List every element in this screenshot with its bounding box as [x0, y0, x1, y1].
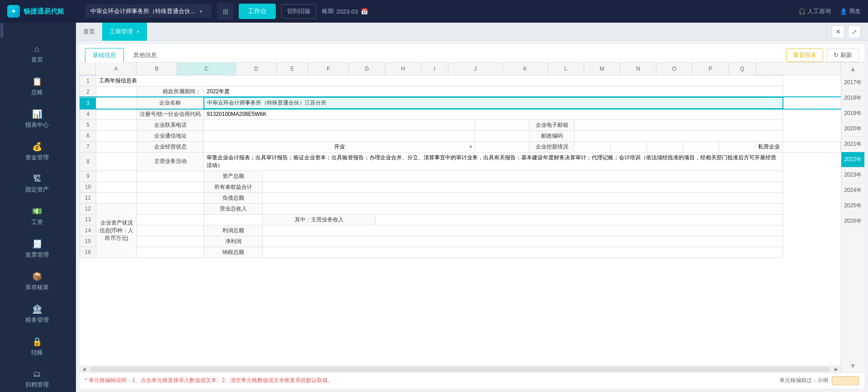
cell-14b[interactable] — [137, 225, 204, 236]
sidebar-item-assets[interactable]: 🏗固定资产 — [0, 168, 72, 200]
col-header-l[interactable]: L — [548, 62, 584, 75]
sidebar-item-finance[interactable]: 💰资金管理 — [0, 135, 72, 168]
col-header-e[interactable]: E — [277, 62, 308, 75]
reset-report-button[interactable]: 重置报表 — [786, 48, 823, 62]
horizontal-scrollbar[interactable]: ◀ ▶ — [80, 366, 841, 372]
col-header-q[interactable]: Q — [729, 62, 756, 75]
cell-6c[interactable] — [204, 130, 475, 141]
col-header-a[interactable]: A — [96, 62, 137, 75]
cell-4a[interactable] — [96, 109, 137, 120]
cell-7k[interactable] — [575, 141, 611, 152]
table-scroll[interactable]: 1 工商年报信息表 2 税款所属期间： 2022年度 — [80, 75, 841, 366]
col-header-c[interactable]: C — [177, 62, 236, 75]
year-scroll-down[interactable]: ▼ — [845, 359, 861, 372]
subtab-basic[interactable]: 基础信息 — [85, 48, 124, 62]
cell-8a[interactable] — [96, 152, 137, 171]
sidebar-item-invoice[interactable]: 🧾发票管理 — [0, 233, 72, 265]
cell-9b[interactable] — [137, 171, 204, 182]
cell-5k[interactable] — [575, 120, 783, 130]
scroll-left-button[interactable]: ◀ — [80, 366, 89, 373]
sidebar-item-home[interactable]: ⌂首页 — [0, 38, 72, 70]
col-header-m[interactable]: M — [584, 62, 620, 75]
cell-5c[interactable] — [204, 120, 475, 130]
cell-2a[interactable] — [96, 86, 137, 98]
sidebar-item-inventory[interactable]: 📦库存核算 — [0, 265, 72, 298]
workbench-button[interactable]: 工作台 — [239, 4, 276, 19]
cell-7m[interactable] — [647, 141, 683, 152]
cell-10b[interactable] — [137, 182, 204, 192]
year-item-2017[interactable]: 2017年 — [841, 75, 864, 91]
consult-button[interactable]: 🎧 人工咨询 — [798, 7, 831, 15]
tab-close-icon[interactable]: × — [137, 29, 140, 35]
cell-6i[interactable] — [475, 130, 529, 141]
subtab-other[interactable]: 其他信息 — [126, 48, 165, 62]
cell-4c[interactable]: 91320100MA208E5W6K — [204, 109, 783, 120]
cell-6k[interactable] — [575, 130, 783, 141]
cell-13c[interactable] — [204, 214, 263, 225]
cell-6a[interactable] — [96, 130, 137, 141]
cell-11v[interactable] — [263, 192, 783, 203]
cell-10a[interactable] — [96, 182, 137, 192]
col-header-o[interactable]: O — [656, 62, 693, 75]
cell-8c[interactable]: 审查企业会计报表；出具审计报告；验证企业资本；出具验资报告；办理企业合并、分立、… — [204, 152, 783, 171]
col-header-h[interactable]: H — [385, 62, 421, 75]
year-item-2024[interactable]: 2024年 — [841, 183, 864, 198]
cell-5i[interactable] — [475, 120, 529, 130]
cell-7i[interactable] — [475, 141, 529, 152]
year-item-2022[interactable]: 2022年 — [841, 152, 864, 167]
tab-gongshang[interactable]: 工商管理 × — [102, 23, 147, 41]
cell-11b[interactable] — [137, 192, 204, 203]
col-header-d[interactable]: D — [236, 62, 277, 75]
old-version-button[interactable]: 切到旧版 — [281, 4, 316, 19]
cell-7c[interactable]: 开业 ▼ — [204, 141, 475, 152]
tab-home[interactable]: 首页 — [76, 23, 102, 41]
year-item-2026[interactable]: 2026年 — [841, 214, 864, 229]
year-item-2021[interactable]: 2021年 — [841, 137, 864, 152]
cell-2c[interactable]: 2022年度 — [204, 86, 783, 98]
cell-3c[interactable]: 中审众环会计师事务所（特殊普通合伙）江苏分所 — [204, 97, 783, 109]
col-header-k[interactable]: K — [503, 62, 548, 75]
cell-16v[interactable] — [263, 247, 783, 258]
cell-12b[interactable] — [137, 203, 204, 214]
company-selector[interactable]: 中审众环会计师事务所（特殊普通合伙... ▼ — [85, 5, 212, 18]
cell-7p[interactable]: 私营企业 — [755, 141, 783, 152]
scroll-right-button[interactable]: ▶ — [832, 366, 841, 373]
cell-7o[interactable] — [719, 141, 755, 152]
cell-title[interactable]: 工商年报信息表 — [96, 76, 783, 86]
sidebar-item-close[interactable]: 🔒结账 — [0, 330, 72, 363]
year-item-2018[interactable]: 2018年 — [841, 91, 864, 106]
cell-7n[interactable] — [683, 141, 719, 152]
close-window-button[interactable]: ✕ — [832, 25, 844, 38]
year-scroll-up[interactable]: ▲ — [845, 62, 861, 75]
col-header-g[interactable]: G — [349, 62, 385, 75]
refresh-button[interactable]: ↻ 刷新 — [827, 48, 859, 62]
sidebar-item-ledger[interactable]: 📋总账 — [0, 70, 72, 103]
year-item-2019[interactable]: 2019年 — [841, 106, 864, 121]
sidebar-item-reports[interactable]: 📊报表中心 — [0, 103, 72, 135]
sidebar-item-archive[interactable]: 🗂归档管理 — [0, 363, 72, 392]
sidebar-item-tax[interactable]: 🏦税务管理 — [0, 298, 72, 330]
cell-10v[interactable] — [263, 182, 783, 192]
cell-7a[interactable] — [96, 141, 137, 152]
col-header-j[interactable]: J — [448, 62, 503, 75]
cell-13v[interactable] — [376, 214, 783, 225]
col-header-n[interactable]: N — [620, 62, 656, 75]
file-button[interactable]: ⊞ — [217, 3, 233, 19]
col-header-f[interactable]: F — [308, 62, 349, 75]
user-menu[interactable]: 👤 用友 — [840, 7, 861, 15]
cell-14v[interactable] — [263, 225, 783, 236]
col-header-b[interactable]: B — [137, 62, 177, 75]
cell-15v[interactable] — [263, 236, 783, 247]
year-item-2025[interactable]: 2025年 — [841, 198, 864, 214]
cell-7l[interactable] — [611, 141, 647, 152]
cell-5a[interactable] — [96, 120, 137, 130]
cell-9a[interactable] — [96, 171, 137, 182]
cell-13b[interactable] — [137, 214, 204, 225]
cell-3a[interactable] — [96, 97, 137, 109]
cell-11a[interactable] — [96, 192, 137, 203]
sidebar-item-wages[interactable]: 💵工资 — [0, 200, 72, 233]
period-selector[interactable]: 账期 2023-03 📅 — [322, 7, 368, 15]
scroll-track[interactable] — [90, 367, 830, 372]
year-item-2023[interactable]: 2023年 — [841, 167, 864, 183]
col-header-i[interactable]: I — [421, 62, 448, 75]
